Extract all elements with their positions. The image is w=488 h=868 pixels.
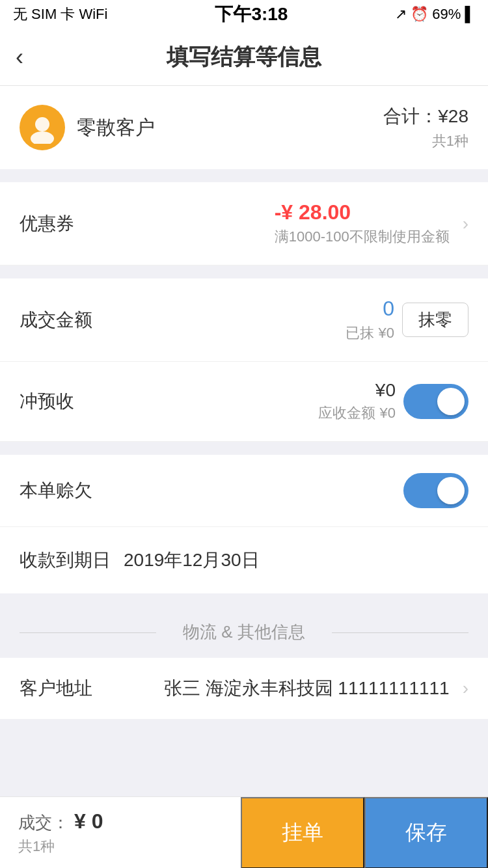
page-title: 填写结算等信息 [167, 42, 321, 72]
customer-summary: 合计：¥28 共1种 [383, 104, 468, 151]
prepay-right: ¥0 应收金额 ¥0 [318, 380, 468, 423]
chevron-icon: › [463, 213, 468, 234]
status-bar: 无 SIM 卡 WiFi 下午3:18 ↗ ⏰ 69% ▌ [0, 0, 488, 29]
deal-row: 成交金额 0 已抹 ¥0 抹零 [0, 278, 488, 362]
credit-toggle[interactable] [403, 473, 468, 508]
coupon-right: -¥ 28.00 满1000-100不限制使用金额 › [275, 200, 468, 247]
toggle-knob [437, 388, 465, 415]
battery-icon: ▌ [465, 6, 475, 23]
address-section: 客户地址 张三 海淀永丰科技园 11111111111 › [0, 658, 488, 719]
customer-total: 合计：¥28 [383, 104, 468, 129]
coupon-label: 优惠券 [20, 211, 74, 236]
bottom-info: 成交： ¥ 0 共1种 [0, 809, 241, 856]
credit-row: 本单赊欠 [0, 455, 488, 526]
avatar-icon [26, 111, 59, 144]
customer-left: 零散客户 [20, 105, 155, 150]
svg-point-1 [31, 131, 54, 144]
nav-bar: ‹ 填写结算等信息 [0, 29, 488, 86]
address-right: 张三 海淀永丰科技园 11111111111 › [164, 676, 468, 701]
credit-toggle-knob [437, 477, 465, 504]
status-time: 下午3:18 [215, 2, 288, 27]
address-row[interactable]: 客户地址 张三 海淀永丰科技园 11111111111 › [0, 658, 488, 719]
deal-value: 0 [383, 297, 394, 320]
prepay-toggle[interactable] [403, 384, 468, 419]
customer-count: 共1种 [383, 131, 468, 151]
bottom-bar: 成交： ¥ 0 共1种 挂单 保存 [0, 796, 488, 868]
status-right: ↗ ⏰ 69% ▌ [395, 6, 475, 23]
customer-avatar [20, 105, 65, 150]
prepay-row: 冲预收 ¥0 应收金额 ¥0 [0, 362, 488, 442]
prepay-amount: ¥0 [318, 380, 396, 401]
location-icon: ↗ [395, 6, 407, 23]
divider-label: 物流 & 其他信息 [0, 606, 488, 658]
status-left: 无 SIM 卡 WiFi [13, 5, 107, 24]
due-date-row: 收款到期日 2019年12月30日 [0, 526, 488, 593]
prepay-sub: 应收金额 ¥0 [318, 403, 396, 423]
content: 零散客户 合计：¥28 共1种 优惠券 -¥ 28.00 满1000-100不限… [0, 86, 488, 804]
bottom-amount: ¥ 0 [74, 809, 103, 834]
round-off-button[interactable]: 抹零 [402, 303, 468, 337]
coupon-section: 优惠券 -¥ 28.00 满1000-100不限制使用金额 › [0, 182, 488, 265]
save-button[interactable]: 保存 [364, 797, 488, 869]
deal-sub: 已抹 ¥0 [346, 323, 394, 343]
coupon-sub: 满1000-100不限制使用金额 [275, 227, 450, 247]
coupon-row[interactable]: 优惠券 -¥ 28.00 满1000-100不限制使用金额 › [0, 182, 488, 265]
sim-label: 无 SIM 卡 WiFi [13, 5, 107, 24]
hold-button[interactable]: 挂单 [241, 797, 364, 869]
coupon-value-block: -¥ 28.00 满1000-100不限制使用金额 [275, 200, 450, 247]
address-value: 张三 海淀永丰科技园 11111111111 [164, 676, 450, 701]
battery-label: 69% [432, 6, 461, 23]
svg-point-0 [35, 117, 49, 131]
due-date-value: 2019年12月30日 [124, 548, 260, 573]
prepay-label: 冲预收 [20, 389, 74, 414]
deal-label: 成交金额 [20, 308, 92, 332]
customer-row: 零散客户 合计：¥28 共1种 [0, 86, 488, 169]
deal-right: 0 已抹 ¥0 抹零 [346, 297, 468, 343]
coupon-amount: -¥ 28.00 [275, 200, 450, 224]
customer-name: 零散客户 [77, 115, 155, 141]
credit-section: 本单赊欠 收款到期日 2019年12月30日 [0, 455, 488, 593]
deal-value-block: 0 已抹 ¥0 [346, 297, 394, 343]
bottom-deal-label: 成交： [18, 811, 69, 834]
due-date-label: 收款到期日 [20, 548, 111, 573]
alarm-icon: ⏰ [411, 6, 428, 23]
address-label: 客户地址 [20, 676, 92, 701]
prepay-value-block: ¥0 应收金额 ¥0 [318, 380, 396, 423]
deal-section: 成交金额 0 已抹 ¥0 抹零 冲预收 ¥0 应收金额 ¥0 [0, 278, 488, 442]
back-button[interactable]: ‹ [16, 44, 23, 71]
address-chevron-icon: › [463, 678, 468, 699]
credit-label: 本单赊欠 [20, 478, 92, 503]
bottom-count: 共1种 [18, 837, 223, 856]
